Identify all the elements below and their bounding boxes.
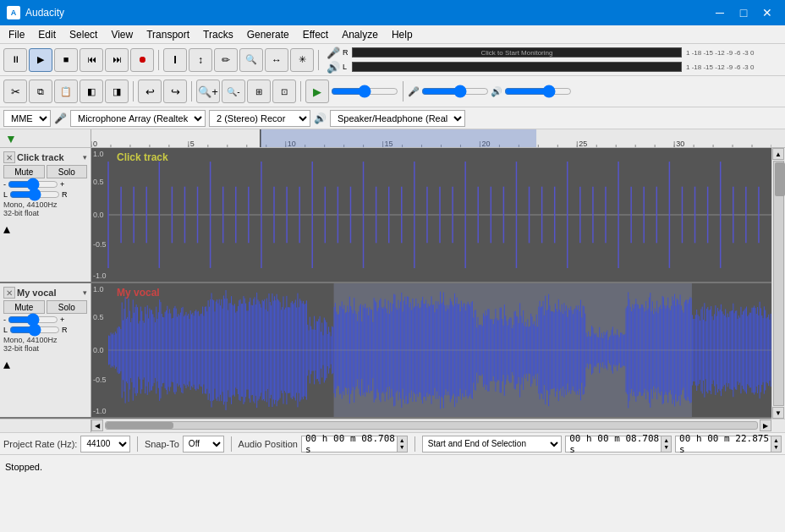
skip-back-button[interactable]: ⏮ [80, 48, 103, 72]
channels-select[interactable]: 2 (Stereo) Recor [209, 110, 310, 127]
close-button[interactable]: ✕ [756, 4, 778, 21]
vscroll-down[interactable]: ▼ [772, 407, 784, 419]
project-rate-select[interactable]: 44100 [80, 436, 129, 452]
hscroll-thumb[interactable] [106, 422, 173, 429]
click-track-control: ✕ Click track ▾ Mute Solo - + [0, 148, 91, 282]
menu-analyze[interactable]: Analyze [335, 27, 385, 42]
sel-end-value: 00 h 00 m 22.875 s [679, 433, 777, 455]
zoom-tool-button[interactable]: 🔍 [239, 48, 263, 72]
minimize-button[interactable]: ─ [709, 4, 731, 21]
audio-pos-down[interactable]: ▼ [397, 443, 407, 452]
click-track-wave-area[interactable]: 1.0 0.5 0.0 -0.5 -1.0 Click track [91, 148, 771, 282]
vocal-track-close[interactable]: ✕ [3, 287, 15, 299]
separator-1 [158, 50, 159, 70]
vocal-track-pan-slider[interactable] [9, 326, 60, 333]
mic-icon[interactable]: 🎤 [327, 47, 340, 59]
menu-generate[interactable]: Generate [240, 27, 296, 42]
menu-view[interactable]: View [104, 27, 140, 42]
redo-button[interactable]: ↪ [163, 80, 187, 103]
record-vu-meter[interactable]: Click to Start Monitoring [352, 47, 682, 58]
vocal-track-solo[interactable]: Solo [47, 300, 88, 314]
multi-tool-button[interactable]: ✳ [290, 48, 314, 72]
vocal-track-dropdown[interactable]: ▾ [83, 288, 87, 297]
tracks-container: ✕ Click track ▾ Mute Solo - + [0, 148, 771, 419]
zoom-out-button[interactable]: 🔍- [222, 80, 245, 103]
audio-pos-value: 00 h 00 m 08.708 s [305, 433, 403, 455]
menu-file[interactable]: File [2, 27, 31, 42]
sel-start-down[interactable]: ▼ [661, 443, 671, 452]
click-track-gain-slider[interactable] [8, 181, 58, 188]
record-device-select[interactable]: Microphone Array (Realtek [70, 110, 206, 127]
click-track-dropdown[interactable]: ▾ [83, 153, 87, 162]
tools-toolbar: I ↕ ✏ 🔍 ↔ ✳ [163, 48, 314, 72]
vocal-track-control: ✕ My vocal ▾ Mute Solo - + [0, 283, 91, 417]
vocal-track-gain-slider[interactable] [8, 316, 58, 323]
timeshift-tool-button[interactable]: ↔ [265, 48, 288, 72]
click-track-pan-row: L R [3, 190, 87, 199]
copy-button[interactable]: ⧉ [29, 80, 52, 103]
stop-button[interactable]: ■ [54, 48, 78, 72]
separator-4 [191, 81, 192, 101]
envelope-tool-button[interactable]: ↕ [189, 48, 212, 72]
hscroll-left-pad [0, 420, 91, 432]
silence-button[interactable]: ◨ [105, 80, 129, 103]
menu-tracks[interactable]: Tracks [196, 27, 240, 42]
menu-effect[interactable]: Effect [296, 27, 335, 42]
transport-toolbar: ⏸ ▶ ■ ⏮ ⏭ ⏺ [3, 48, 154, 72]
vocal-track-mute[interactable]: Mute [3, 300, 45, 314]
play-speed-button[interactable]: ▶ [305, 80, 329, 103]
click-track-collapse[interactable]: ▴ [3, 221, 87, 237]
zoom-fit-button[interactable]: ⊞ [247, 80, 271, 103]
trim-icon: ◧ [87, 86, 96, 97]
draw-tool-button[interactable]: ✏ [214, 48, 238, 72]
menu-select[interactable]: Select [63, 27, 104, 42]
click-track-solo[interactable]: Solo [47, 165, 88, 178]
vu-row-1: 🎤 R Click to Start Monitoring 1 -18 -15 … [327, 47, 754, 59]
snap-to-select[interactable]: Off [183, 436, 224, 452]
speaker-icon[interactable]: 🔊 [327, 61, 340, 74]
click-track-pan-slider[interactable] [9, 191, 60, 198]
menu-edit[interactable]: Edit [31, 27, 63, 42]
zoom-in-button[interactable]: 🔍+ [196, 80, 220, 103]
hscroll-right[interactable]: ▶ [760, 420, 771, 431]
vscroll-thumb[interactable] [775, 162, 785, 196]
vu-meter-area: 🎤 R Click to Start Monitoring 1 -18 -15 … [327, 47, 754, 74]
vocal-track-mute-solo: Mute Solo [3, 300, 87, 314]
sel-end-down[interactable]: ▼ [771, 443, 781, 452]
main-content: ▼ ✕ Click track ▾ M [0, 129, 785, 432]
vscroll-up[interactable]: ▲ [772, 148, 784, 160]
audio-host-select[interactable]: MME [3, 110, 51, 127]
play-vu-meter [352, 62, 682, 72]
mic-device-icon: 🎤 [54, 112, 67, 124]
menu-help[interactable]: Help [385, 27, 420, 42]
select-tool-button[interactable]: I [163, 48, 187, 72]
hscroll-right-pad [771, 420, 785, 432]
vocal-track-wave-area[interactable]: 1.0 0.5 0.0 -0.5 -1.0 My vocal [91, 283, 771, 417]
speed-slider[interactable] [331, 88, 398, 95]
hscroll-left[interactable]: ◀ [91, 420, 103, 431]
play-button[interactable]: ▶ [29, 48, 52, 72]
menu-transport[interactable]: Transport [140, 27, 196, 42]
vocal-y-min: -1.0 [93, 407, 107, 415]
paste-button[interactable]: 📋 [54, 80, 78, 103]
record-button[interactable]: ⏺ [130, 48, 154, 72]
zoom-sel-button[interactable]: ⊡ [272, 80, 296, 103]
selection-type-select[interactable]: Start and End of Selection [422, 436, 562, 452]
vscroll-track [773, 161, 784, 406]
undo-button[interactable]: ↩ [138, 80, 162, 103]
ruler-left-pad: ▼ [0, 129, 91, 147]
click-track-mute[interactable]: Mute [3, 165, 45, 178]
input-level-slider[interactable] [421, 88, 489, 95]
cut-button[interactable]: ✂ [3, 80, 27, 103]
vocal-y-max: 1.0 [93, 285, 104, 293]
skip-forward-button[interactable]: ⏭ [105, 48, 129, 72]
maximize-button[interactable]: □ [733, 4, 755, 21]
click-track-close[interactable]: ✕ [3, 151, 15, 163]
play-device-select[interactable]: Speaker/Headphone (Realte [330, 110, 465, 127]
pause-button[interactable]: ⏸ [3, 48, 27, 72]
status-text: Stopped. [5, 462, 42, 472]
trim-button[interactable]: ◧ [80, 80, 103, 103]
vocal-track-collapse[interactable]: ▴ [3, 356, 87, 372]
gain-max-label: + [60, 180, 64, 189]
output-level-slider[interactable] [504, 88, 572, 95]
